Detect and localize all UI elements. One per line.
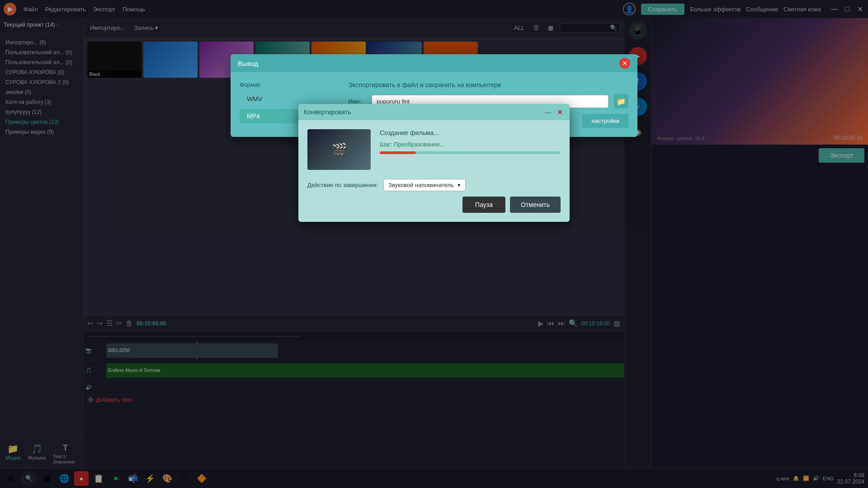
action-value: Звуковой напоминатель xyxy=(388,182,454,188)
folder-button[interactable]: 📁 xyxy=(614,94,628,108)
dropdown-chevron-icon: ▾ xyxy=(458,182,461,188)
convert-header-buttons: — ✕ xyxy=(543,108,564,117)
convert-step-label: Шаг: Преобразование... xyxy=(380,141,561,148)
progress-bar-fill xyxy=(380,151,416,154)
convert-dialog-header: Конвертировать — ✕ xyxy=(298,104,570,120)
format-label: Формат xyxy=(240,81,339,88)
convert-title: Конвертировать xyxy=(304,108,351,116)
convert-dialog-body: 🎬 Создание фильма... Шаг: Преобразование… xyxy=(298,120,570,222)
progress-bar-track xyxy=(380,151,561,154)
convert-dialog: Конвертировать — ✕ 🎬 Создание фильма... … xyxy=(298,104,570,222)
export-dialog-close-button[interactable]: ✕ xyxy=(619,58,630,69)
export-dialog-header: Вывод ✕ xyxy=(231,54,637,72)
dialog-overlay: Вывод ✕ Формат WMV MP4 Экспортировать в … xyxy=(0,0,868,488)
convert-thumb-image: 🎬 xyxy=(307,129,371,170)
convert-status: Создание фильма... Шаг: Преобразование..… xyxy=(380,129,561,158)
cancel-button[interactable]: Отменить xyxy=(510,197,561,213)
convert-minimize-button[interactable]: — xyxy=(543,108,552,117)
convert-action-row: Действие по завершении: Звуковой напомин… xyxy=(307,179,561,191)
export-dialog-title: Вывод xyxy=(238,60,258,67)
export-right-title: Экспортировать в файл и сохранить на ком… xyxy=(348,81,628,89)
settings-button[interactable]: настройки xyxy=(582,114,628,128)
convert-thumbnail: 🎬 xyxy=(307,129,371,170)
action-dropdown[interactable]: Звуковой напоминатель ▾ xyxy=(383,179,466,191)
action-label: Действие по завершении: xyxy=(307,182,378,188)
pause-button[interactable]: Пауза xyxy=(462,197,505,213)
convert-preview-row: 🎬 Создание фильма... Шаг: Преобразование… xyxy=(307,129,561,170)
convert-status-title: Создание фильма... xyxy=(380,129,561,136)
convert-close-button[interactable]: ✕ xyxy=(555,108,564,117)
convert-footer: Пауза Отменить xyxy=(307,191,561,213)
